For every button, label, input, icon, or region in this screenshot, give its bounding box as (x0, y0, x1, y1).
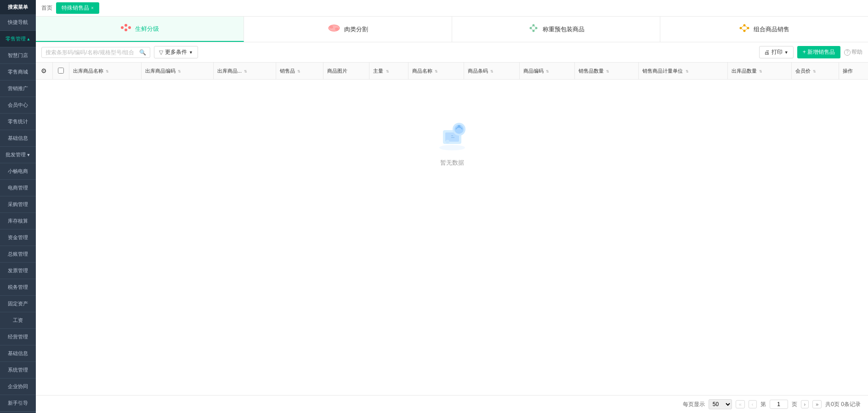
tab-label: 特殊销售品 (62, 4, 89, 12)
sidebar-item-tax-mgmt[interactable]: 税务管理 (0, 279, 36, 296)
sidebar-item-label: 批发管理 (6, 151, 26, 158)
help-label: 帮助 (851, 48, 862, 56)
col-label: 出库商品名称 (73, 68, 103, 74)
select-all-checkbox[interactable] (58, 68, 64, 74)
sort-icon: ⇅ (435, 69, 438, 74)
sidebar-item-ops-mgmt[interactable]: 经营管理 (0, 329, 36, 345)
col-label: 销售商品计量单位 (642, 68, 683, 74)
help-icon: ? (844, 49, 851, 56)
col-sales-unit[interactable]: 销售商品计量单位 ⇅ (639, 63, 728, 80)
sidebar-item-label: 会员中心 (8, 102, 28, 109)
sidebar-item-sales-promo[interactable]: 营销推广 (0, 80, 36, 97)
sidebar-item-fixed-assets[interactable]: 固定资产 (0, 296, 36, 312)
svg-point-3 (125, 29, 127, 31)
search-input[interactable] (45, 49, 137, 56)
col-product-name[interactable]: 商品名称 ⇅ (408, 63, 464, 80)
cat-tab-fresh-grade[interactable]: 生鲜分级 (36, 17, 244, 42)
sidebar-item-retail-mgmt[interactable]: 零售管理 ▲ (0, 31, 36, 47)
col-out-code[interactable]: 出库商品编码 ⇅ (141, 63, 213, 80)
sort-icon: ⇅ (386, 69, 389, 74)
col-label: 商品名称 (412, 68, 432, 74)
sidebar-item-basic-info[interactable]: 基础信息 (0, 130, 36, 147)
sidebar-item-label: 发票管理 (8, 267, 28, 274)
col-sales-item[interactable]: 销售品 ⇅ (276, 63, 323, 80)
prev-icon: ‹ (752, 402, 754, 407)
sidebar-item-label: 固定资产 (8, 300, 28, 307)
sort-icon: ⇅ (106, 69, 109, 74)
sidebar-item-label: 零售商城 (8, 69, 28, 75)
sidebar-item-basic-info2[interactable]: 基础信息 (0, 345, 36, 362)
sort-icon: ⇅ (297, 69, 301, 74)
search-icon[interactable]: 🔍 (139, 49, 146, 56)
col-out-qty[interactable]: 出库品数量 ⇅ (728, 63, 792, 80)
svg-line-14 (531, 28, 533, 31)
filter-button[interactable]: ▽ 更多条件 ▼ (154, 46, 198, 58)
col-label: 出库品数量 (732, 68, 757, 74)
sidebar-item-retail-stats[interactable]: 零售统计 (0, 114, 36, 130)
sort-icon: ⇅ (244, 69, 247, 74)
col-weight[interactable]: 主量 ⇅ (369, 63, 408, 80)
col-checkbox[interactable] (52, 63, 69, 80)
sidebar-item-retail-mall[interactable]: 零售商城 (0, 64, 36, 80)
home-link[interactable]: 首页 (41, 4, 52, 12)
sidebar-item-label: 基础信息 (8, 350, 28, 357)
sidebar-logo-text: 搜索菜单 (8, 4, 28, 10)
sidebar-item-label: 系统管理 (8, 367, 28, 373)
per-page-select[interactable]: 10 20 50 100 (709, 399, 732, 409)
topbar: 首页 特殊销售品 × (36, 0, 868, 17)
sidebar-item-wholesale-mgmt[interactable]: 批发管理 ▼ (0, 147, 36, 163)
last-icon: » (816, 402, 818, 407)
sidebar-item-enterprise[interactable]: 企业协同 (0, 379, 36, 395)
svg-line-11 (531, 25, 533, 28)
add-label: + 新增销售品 (803, 48, 835, 56)
first-page-button[interactable]: « (736, 400, 745, 408)
svg-line-21 (744, 28, 748, 31)
filter-label: 更多条件 (165, 48, 187, 56)
sidebar-logo[interactable]: 搜索菜单 (0, 0, 36, 14)
sidebar-item-smart-store[interactable]: 智慧门店 (0, 47, 36, 64)
col-barcode[interactable]: 商品条码 ⇅ (464, 63, 519, 80)
cat-tab-meat-cut[interactable]: 肉类分割 (244, 17, 452, 42)
filter-arrow-icon: ▼ (189, 50, 193, 55)
table-header-row: ⚙ 出库商品名称 ⇅ 出库商品编码 ⇅ (36, 63, 868, 80)
active-tab[interactable]: 特殊销售品 × (56, 2, 99, 14)
col-out-name[interactable]: 出库商品名称 ⇅ (69, 63, 141, 80)
prev-page-button[interactable]: ‹ (749, 400, 757, 408)
col-product-code[interactable]: 商品编码 ⇅ (519, 63, 575, 80)
col-settings[interactable]: ⚙ (36, 63, 52, 80)
sidebar-item-capital-mgmt[interactable]: 资金管理 (0, 229, 36, 246)
sidebar-item-inventory[interactable]: 库存核算 (0, 213, 36, 229)
sidebar-item-invoice-mgmt[interactable]: 发票管理 (0, 263, 36, 279)
sidebar-item-member-center[interactable]: 会员中心 (0, 97, 36, 114)
print-button[interactable]: 🖨 打印 ▼ (759, 46, 794, 58)
col-out-spec[interactable]: 出库商品... ⇅ (213, 63, 276, 80)
page-number-input[interactable] (770, 400, 788, 409)
next-icon: › (804, 402, 806, 407)
sidebar-item-general-ledger[interactable]: 总账管理 (0, 246, 36, 263)
sidebar-item-quick-nav[interactable]: 快捷导航 (0, 14, 36, 31)
sidebar-item-salary[interactable]: 工资 (0, 312, 36, 329)
cat-tab-combo-sales[interactable]: 组合商品销售 (660, 17, 868, 42)
sidebar-item-mini-ecom[interactable]: 小畅电商 (0, 163, 36, 180)
settings-icon: ⚙ (41, 67, 47, 75)
sidebar-item-new-guide[interactable]: 新手引导 (0, 395, 36, 412)
last-page-button[interactable]: » (812, 400, 822, 408)
table-container: ⚙ 出库商品名称 ⇅ 出库商品编码 ⇅ (36, 63, 868, 395)
add-button[interactable]: + 新增销售品 (797, 46, 840, 58)
sidebar-item-system-mgmt[interactable]: 系统管理 (0, 362, 36, 379)
search-box: 🔍 (41, 47, 150, 58)
cat-tab-weight-prepack[interactable]: 称重预包装商品 (452, 17, 660, 42)
col-member-price[interactable]: 会员价 ⇅ (792, 63, 839, 80)
svg-line-20 (744, 25, 748, 28)
weight-prepack-icon (528, 23, 539, 35)
col-sales-qty[interactable]: 销售品数量 ⇅ (575, 63, 639, 80)
sidebar-item-label: 新手引导 (8, 400, 28, 407)
col-product-img[interactable]: 商品图片 (323, 63, 369, 80)
next-page-button[interactable]: › (801, 400, 809, 408)
sidebar-item-label: 库存核算 (8, 218, 28, 224)
help-button[interactable]: ? 帮助 (844, 48, 862, 56)
sidebar-item-label: 小畅电商 (8, 168, 28, 175)
sidebar-item-purchase-mgmt[interactable]: 采购管理 (0, 196, 36, 213)
tab-close-icon[interactable]: × (91, 6, 94, 11)
sidebar-item-ecom-mgmt[interactable]: 电商管理 (0, 180, 36, 196)
